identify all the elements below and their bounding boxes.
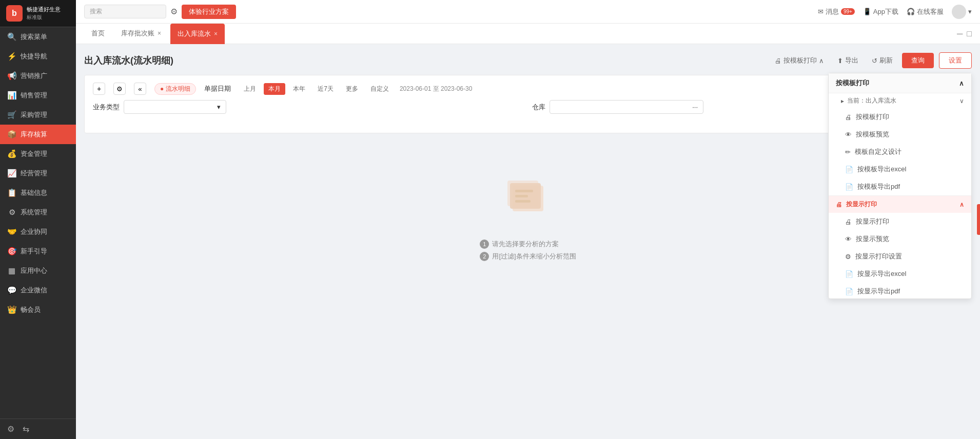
tab-home[interactable]: 首页 xyxy=(84,24,112,44)
sidebar-item-system[interactable]: ⚙ 系统管理 xyxy=(0,203,76,222)
date-btn-this-month[interactable]: 本月 xyxy=(264,83,285,95)
sidebar-label-collab: 企业协同 xyxy=(21,227,47,236)
dropdown-template-item-按模板预览[interactable]: 👁按模板预览 xyxy=(829,126,971,143)
item-icon: 📄 xyxy=(845,270,853,278)
refresh-btn[interactable]: ↺ 刷新 xyxy=(868,54,897,67)
collapse-icon: « xyxy=(138,85,142,93)
expand-icon[interactable]: ⇆ xyxy=(23,424,29,434)
online-service-item[interactable]: 🎧 在线客服 xyxy=(907,7,944,16)
tabs-right-controls: ─ □ xyxy=(957,29,972,38)
message-item[interactable]: ✉ 消息 99+ xyxy=(818,7,855,16)
sidebar-icon-quick-nav: ⚡ xyxy=(7,52,16,61)
sidebar-item-basic[interactable]: 📋 基础信息 xyxy=(0,183,76,203)
page-area: 出入库流水(流水明细) 🖨 按模板打印 ∧ ⬆ 导出 ↺ 刷新 查询 设置 xyxy=(76,44,980,439)
dropdown-header: 按模板打印 ∧ xyxy=(829,73,971,93)
edition-label: 标准版 xyxy=(27,14,61,21)
export-btn[interactable]: ⬆ 导出 xyxy=(833,54,863,67)
sidebar-icon-basic: 📋 xyxy=(7,188,16,197)
current-icon: ▸ xyxy=(841,97,844,105)
chevron-down-icon: ▾ xyxy=(217,103,221,111)
date-btn-prev-month[interactable]: 上月 xyxy=(239,83,261,95)
dropdown-template-item-按模板导出pdf[interactable]: 📄按模板导出pdf xyxy=(829,178,971,195)
topbar-right: ✉ 消息 99+ 📱 App下载 🎧 在线客服 ▾ xyxy=(818,5,972,19)
business-type-select[interactable]: ▾ xyxy=(124,100,226,114)
dropdown-display-item-按显示导出excel[interactable]: 📄按显示导出excel xyxy=(829,265,971,283)
sidebar-label-sales: 销售管理 xyxy=(21,91,47,100)
tab-flow-close[interactable]: × xyxy=(214,30,218,37)
sidebar-item-wechat[interactable]: 💬 企业微信 xyxy=(0,281,76,300)
sidebar-label-member: 畅会员 xyxy=(21,305,41,314)
print-btn[interactable]: 🖨 按模板打印 ∧ xyxy=(771,54,828,67)
settings-icon[interactable]: ⚙ xyxy=(7,424,14,434)
warehouse-more-icon[interactable]: ··· xyxy=(692,103,698,111)
trial-btn[interactable]: 体验行业方案 xyxy=(182,5,236,19)
add-filter-btn[interactable]: + xyxy=(93,83,105,95)
tab-batch-close[interactable]: × xyxy=(158,30,161,37)
sidebar-item-inventory[interactable]: 📦 库存核算 xyxy=(0,125,76,144)
sidebar-icon-member: 👑 xyxy=(7,305,16,314)
dropdown-title: 按模板打印 xyxy=(836,78,869,88)
sidebar-item-search[interactable]: 🔍 搜索菜单 xyxy=(0,27,76,47)
query-btn[interactable]: 查询 xyxy=(902,53,934,68)
tab-flow[interactable]: 出入库流水 × xyxy=(170,24,225,44)
sidebar-item-sales[interactable]: 📊 销售管理 xyxy=(0,86,76,105)
sidebar-icon-app-center: ▦ xyxy=(7,266,16,275)
dropdown-display-item-按显示打印[interactable]: 🖨按显示打印 xyxy=(829,213,971,230)
settings-btn[interactable]: 设置 xyxy=(939,52,972,69)
sidebar-item-purchase[interactable]: 🛒 采购管理 xyxy=(0,105,76,125)
item-icon: 👁 xyxy=(845,235,852,243)
sidebar-label-app-center: 应用中心 xyxy=(21,266,47,275)
dropdown-template-item-模板自定义设计[interactable]: ✏模板自定义设计 xyxy=(829,143,971,161)
empty-step-1: 1 请先选择要分析的方案 xyxy=(480,240,576,249)
page-title: 出入库流水(流水明细) xyxy=(84,54,173,67)
display-section-chevron: ∧ xyxy=(959,201,964,208)
item-icon: ✏ xyxy=(845,148,851,156)
dropdown-scroll: ▸ 当前：出入库流水 ∨ 🖨按模板打印👁按模板预览✏模板自定义设计📄按模板导出e… xyxy=(829,93,971,298)
business-type-field: 业务类型 ▾ xyxy=(93,100,524,114)
print-icon: 🖨 xyxy=(775,57,781,65)
dropdown-display-item-按显示预览[interactable]: 👁按显示预览 xyxy=(829,230,971,248)
date-btn-more[interactable]: 更多 xyxy=(341,83,363,95)
active-filter-tag[interactable]: ● 流水明细 xyxy=(154,83,196,95)
sidebar-item-collab[interactable]: 🤝 企业协同 xyxy=(0,222,76,242)
topbar-gear-icon[interactable]: ⚙ xyxy=(170,7,178,16)
sidebar-item-marketing[interactable]: 📢 营销推广 xyxy=(0,66,76,86)
minimize-tab-btn[interactable]: ─ xyxy=(957,29,963,38)
dropdown-display-section[interactable]: 🖨 按显示打印 ∧ xyxy=(829,195,971,213)
tab-batch[interactable]: 库存批次账 × xyxy=(114,24,168,44)
sidebar-item-guide[interactable]: 🎯 新手引导 xyxy=(0,242,76,261)
right-edge-handle[interactable] xyxy=(977,204,980,235)
date-btn-custom[interactable]: 自定义 xyxy=(366,83,394,95)
maximize-tab-btn[interactable]: □ xyxy=(967,29,972,38)
user-avatar[interactable]: ▾ xyxy=(952,5,972,19)
topbar-search[interactable]: 搜索 xyxy=(84,5,166,18)
warehouse-select[interactable]: ··· xyxy=(550,100,703,114)
dropdown-display-item-按显示打印设置[interactable]: ⚙按显示打印设置 xyxy=(829,248,971,265)
dropdown-template-item-按模板导出excel[interactable]: 📄按模板导出excel xyxy=(829,161,971,178)
page-header: 出入库流水(流水明细) 🖨 按模板打印 ∧ ⬆ 导出 ↺ 刷新 查询 设置 xyxy=(84,52,972,69)
dropdown-chevron-up[interactable]: ∧ xyxy=(959,79,964,87)
sidebar-scroll: 🔍 搜索菜单 ⚡ 快捷导航 📢 营销推广 📊 销售管理 🛒 采购管理 📦 库存核… xyxy=(0,27,76,418)
sidebar-item-finance[interactable]: 💰 资金管理 xyxy=(0,144,76,164)
sidebar-label-marketing: 营销推广 xyxy=(21,71,47,81)
dropdown-template-item-按模板打印[interactable]: 🖨按模板打印 xyxy=(829,108,971,126)
sidebar-item-quick-nav[interactable]: ⚡ 快捷导航 xyxy=(0,47,76,66)
current-label: 当前：出入库流水 xyxy=(847,96,896,105)
avatar xyxy=(952,5,966,19)
sidebar-item-operation[interactable]: 📈 经营管理 xyxy=(0,164,76,183)
app-download-item[interactable]: 📱 App下载 xyxy=(863,7,898,16)
filter-settings-btn[interactable]: ⚙ xyxy=(113,83,126,95)
sidebar-icon-wechat: 💬 xyxy=(7,286,16,295)
warehouse-label: 仓库 xyxy=(532,103,545,112)
sidebar-item-app-center[interactable]: ▦ 应用中心 xyxy=(0,261,76,281)
sidebar-item-member[interactable]: 👑 畅会员 xyxy=(0,300,76,320)
app-download-label: App下载 xyxy=(873,7,898,16)
item-label: 按显示导出pdf xyxy=(857,287,900,296)
message-badge: 99+ xyxy=(841,8,855,15)
business-type-label: 业务类型 xyxy=(93,103,120,112)
date-btn-this-year[interactable]: 本年 xyxy=(288,83,310,95)
item-icon: 👁 xyxy=(845,131,852,138)
date-btn-7days[interactable]: 近7天 xyxy=(313,83,338,95)
filter-collapse-btn[interactable]: « xyxy=(134,83,146,95)
dropdown-display-item-按显示导出pdf[interactable]: 📄按显示导出pdf xyxy=(829,283,971,298)
